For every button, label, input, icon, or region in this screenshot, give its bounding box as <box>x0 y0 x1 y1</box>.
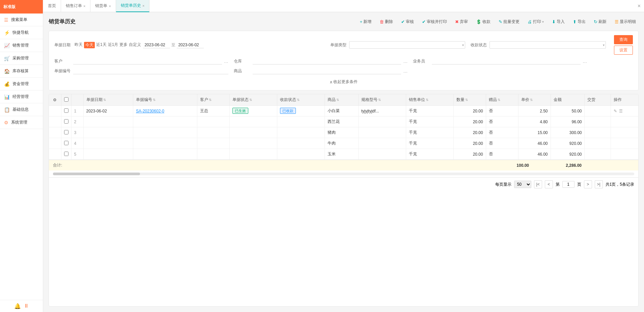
shortcut-1month[interactable]: 近1月 <box>108 42 118 48</box>
sidebar-item-quick-nav[interactable]: ⚡ 快捷导航 <box>0 26 43 39</box>
doc-no-input[interactable] <box>73 68 228 74</box>
export-button[interactable]: ⬆ 导出 <box>570 18 588 26</box>
cell-checkbox[interactable] <box>61 149 71 160</box>
sort-customer-icon[interactable]: ⇅ <box>209 98 212 102</box>
refresh-button[interactable]: ↻ 刷新 <box>591 18 609 26</box>
row-checkbox[interactable] <box>64 152 68 156</box>
cell-checkbox[interactable] <box>61 106 71 116</box>
audit-button[interactable]: ✔ 审核 <box>398 18 417 26</box>
cell-checkbox[interactable] <box>61 127 71 138</box>
print-button[interactable]: 🖨 打印 ▾ <box>525 18 547 26</box>
th-receipt-status[interactable]: 收款状态⇅ <box>277 94 325 106</box>
shortcut-yesterday[interactable]: 昨天 <box>75 42 83 48</box>
sidebar-item-operation[interactable]: 📊 经营管理 <box>0 90 43 103</box>
pause-icon[interactable]: ⏸ <box>24 303 29 309</box>
collapse-button[interactable]: ∧ 收起更多条件 <box>54 78 633 86</box>
first-page-btn[interactable]: |< <box>534 180 542 188</box>
customer-input[interactable] <box>73 58 222 64</box>
shortcut-today[interactable]: 今天 <box>84 42 95 48</box>
scroll-thumb[interactable] <box>53 173 140 175</box>
show-detail-button[interactable]: ☰ 显示明细 <box>612 18 639 26</box>
tab-sales-goods-close[interactable]: × <box>109 4 111 8</box>
batch-change-button[interactable]: ✎ 批量变更 <box>496 18 522 26</box>
close-all-tabs[interactable]: × <box>634 3 644 9</box>
th-gift[interactable]: 赠品⇅ <box>486 94 518 106</box>
sort-doc-status-icon[interactable]: ⇅ <box>249 98 252 102</box>
import-button[interactable]: ⬇ 导入 <box>549 18 567 26</box>
tab-home[interactable]: 首页 <box>43 0 61 12</box>
horizontal-scrollbar[interactable] <box>53 173 634 175</box>
next-page-btn[interactable]: > <box>584 180 592 188</box>
goods-input[interactable] <box>253 68 401 74</box>
th-doc-date[interactable]: 单据日期⇅ <box>83 94 133 106</box>
receipt-status-select[interactable] <box>489 41 606 49</box>
sort-doc-date-icon[interactable]: ⇅ <box>103 98 106 102</box>
tab-sales-history-close[interactable]: × <box>142 4 144 8</box>
tab-sales-goods[interactable]: 销货单 × <box>90 0 116 12</box>
prev-page-btn[interactable]: < <box>545 180 553 188</box>
row-checkbox[interactable] <box>64 141 68 145</box>
sort-goods-icon[interactable]: ⇅ <box>336 98 339 102</box>
sidebar-item-system[interactable]: ⚙ 系统管理 <box>0 116 43 129</box>
sort-qty-icon[interactable]: ⇅ <box>465 98 468 102</box>
sidebar-item-search-menu[interactable]: ☰ 搜索菜单 <box>0 14 43 26</box>
warehouse-input[interactable] <box>253 58 401 64</box>
th-goods[interactable]: 商品⇅ <box>325 94 359 106</box>
notification-icon[interactable]: 🔔 <box>14 303 21 309</box>
sidebar-item-inventory[interactable]: 🏠 库存核算 <box>0 65 43 78</box>
last-page-btn[interactable]: >| <box>595 180 603 188</box>
tab-sales-history[interactable]: 销货单历史 × <box>116 0 149 12</box>
page-number-input[interactable] <box>562 181 575 188</box>
sort-receipt-status-icon[interactable]: ⇅ <box>297 98 300 102</box>
tab-sales-order[interactable]: 销售订单 × <box>61 0 90 12</box>
detail-icon[interactable]: ☰ <box>619 109 623 113</box>
shortcut-more[interactable]: 更多 <box>119 42 128 48</box>
date-to-input[interactable] <box>177 42 204 48</box>
sidebar-item-finance[interactable]: 💰 资金管理 <box>0 78 43 90</box>
row-checkbox[interactable] <box>64 108 68 113</box>
select-all-checkbox[interactable] <box>64 97 68 102</box>
cell-checkbox[interactable] <box>61 138 71 149</box>
add-button[interactable]: + 新增 <box>357 18 374 26</box>
th-checkbox[interactable] <box>61 94 71 106</box>
collect-button[interactable]: 💲 收款 <box>473 18 493 26</box>
customer-picker[interactable]: … <box>224 59 228 64</box>
query-button[interactable]: 查询 <box>614 35 633 44</box>
sidebar: 标准版 ☰ 搜索菜单 ⚡ 快捷导航 📈 销售管理 🛒 采购管理 🏠 库存核算 💰… <box>0 0 43 312</box>
sort-unit-icon[interactable]: ⇅ <box>426 98 428 102</box>
edit-icon[interactable]: ✎ <box>614 109 617 113</box>
goods-picker[interactable]: … <box>403 69 408 74</box>
sort-gift-icon[interactable]: ⇅ <box>498 98 500 102</box>
th-doc-no[interactable]: 单据编号⇅ <box>133 94 197 106</box>
doc-no-link[interactable]: SA-20230602-0 <box>136 109 164 113</box>
doc-type-select[interactable] <box>349 41 466 49</box>
th-settings[interactable]: ⚙ <box>49 94 61 106</box>
cell-checkbox[interactable] <box>61 116 71 127</box>
th-customer[interactable]: 客户⇅ <box>197 94 230 106</box>
sidebar-item-purchase-mgmt[interactable]: 🛒 采购管理 <box>0 52 43 65</box>
sort-unit-price-icon[interactable]: ⇅ <box>530 98 533 102</box>
row-checkbox[interactable] <box>64 130 68 134</box>
shortcut-1day[interactable]: 近1天 <box>96 42 107 48</box>
shortcut-custom[interactable]: 自定义 <box>129 42 141 48</box>
th-unit-price[interactable]: 单价⇅ <box>518 94 551 106</box>
tab-sales-order-close[interactable]: × <box>83 4 85 8</box>
staff-input[interactable] <box>432 58 581 64</box>
warehouse-picker[interactable]: … <box>403 59 408 64</box>
th-doc-status[interactable]: 单据状态⇅ <box>229 94 277 106</box>
settings-button[interactable]: 设置 <box>614 46 633 55</box>
th-unit[interactable]: 销售单位⇅ <box>406 94 453 106</box>
sort-doc-no-icon[interactable]: ⇅ <box>153 98 156 102</box>
sidebar-item-basic-info[interactable]: 📋 基础信息 <box>0 103 43 116</box>
sort-spec-icon[interactable]: ⇅ <box>378 98 381 102</box>
row-checkbox[interactable] <box>64 119 68 124</box>
audit-print-button[interactable]: ✔ 审核并打印 <box>419 18 450 26</box>
abandon-button[interactable]: ✖ 弃审 <box>452 18 471 26</box>
staff-picker[interactable]: … <box>583 59 587 64</box>
th-qty[interactable]: 数量⇅ <box>453 94 486 106</box>
th-spec[interactable]: 规格型号⇅ <box>358 94 406 106</box>
delete-button[interactable]: 🗑 删除 <box>377 18 396 26</box>
page-size-select[interactable]: 50 10 20 100 <box>514 181 531 188</box>
sidebar-item-sales-mgmt[interactable]: 📈 销售管理 <box>0 39 43 52</box>
date-from-input[interactable] <box>143 42 170 48</box>
